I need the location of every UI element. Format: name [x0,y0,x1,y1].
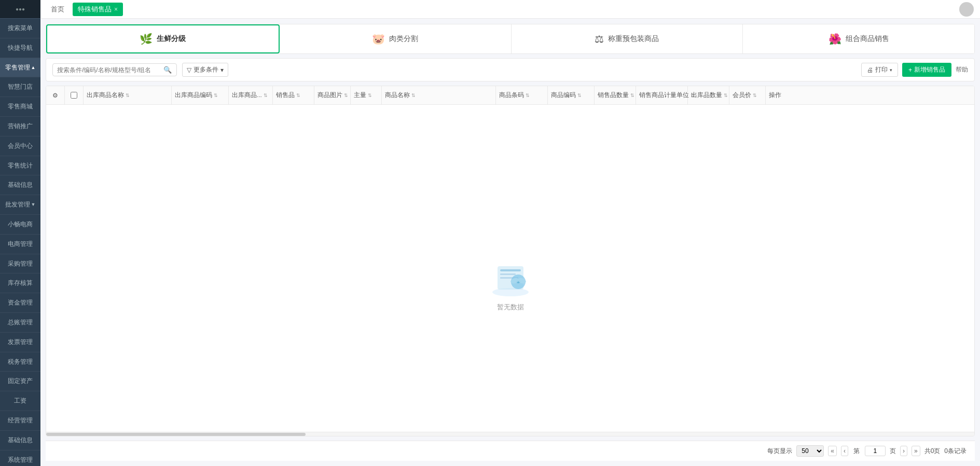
cat-tab-label: 生鲜分级 [157,34,186,44]
sidebar-item-search-menu[interactable]: 搜索菜单 [0,19,40,38]
fresh-grade-icon: 🌿 [140,33,153,45]
cat-tab-weight-package[interactable]: ⚖ 称重预包装商品 [512,24,743,53]
sort-icon[interactable]: ⇅ [344,93,348,98]
cat-tab-meat-cut[interactable]: 🐷 肉类分割 [280,24,512,53]
sort-icon[interactable]: ⇅ [368,93,372,98]
sidebar-item-tax-mgmt[interactable]: 税务管理 [0,352,40,372]
sidebar-item-inventory-check[interactable]: 库存核算 [0,273,40,293]
sidebar-item-label: 采购管理 [3,259,38,268]
topbar: 首页 特殊销售品 × [40,0,980,19]
per-page-select[interactable]: 50 10 20 100 [796,445,824,457]
first-page-button[interactable]: « [828,446,837,456]
th-label: 商品条码 [499,91,524,99]
sidebar-item-retail-mall[interactable]: 零售商城 [0,97,40,117]
chevron-icon: ▼ [31,201,36,208]
sidebar-item-ecommerce-mgmt[interactable]: 电商管理 [0,235,40,254]
sort-icon[interactable]: ⇅ [724,93,728,98]
sort-icon[interactable]: ⇅ [753,93,757,98]
select-all-checkbox[interactable] [71,92,77,99]
sidebar-item-wholesale-mgmt[interactable]: 批发管理 ▼ [0,195,40,215]
th-out-goods-name: 出库商品名称 ⇅ [84,86,172,104]
horizontal-scrollbar[interactable] [46,432,974,436]
sort-icon[interactable]: ⇅ [630,93,634,98]
sidebar-item-label: 小畅电商 [3,220,38,229]
sidebar-item-label: 工资 [3,396,38,405]
th-checkbox[interactable] [65,86,84,104]
search-input[interactable] [57,66,161,74]
sort-icon[interactable]: ⇅ [126,93,130,98]
sidebar-item-label: 智慧门店 [3,83,38,91]
th-label: 商品编码 [551,91,576,99]
cat-tab-fresh-grade[interactable]: 🌿 生鲜分级 [46,24,280,53]
sidebar-item-member-center[interactable]: 会员中心 [0,136,40,156]
toolbar-left: 🔍 ▽ 更多条件 ▾ [52,63,228,77]
sidebar-item-label: 营销推广 [3,122,38,131]
home-tab[interactable]: 首页 [47,2,68,17]
cat-tab-combo-sales[interactable]: 🌺 组合商品销售 [743,24,974,53]
chevron-icon: ▲ [31,64,36,71]
th-goods-name: 商品名称 ⇅ [382,86,496,104]
sidebar-item-wages[interactable]: 工资 [0,391,40,411]
prev-page-button[interactable]: ‹ [841,446,848,456]
sort-icon[interactable]: ⇅ [577,93,582,98]
sidebar-item-operations-mgmt[interactable]: 经营管理 [0,411,40,431]
sort-icon[interactable]: ⇅ [296,93,300,98]
sidebar-item-smart-store[interactable]: 智慧门店 [0,77,40,97]
last-page-button[interactable]: » [912,446,920,456]
sort-icon[interactable]: ⇅ [214,93,218,98]
th-out-goods-code: 出库商品编码 ⇅ [172,86,229,104]
sidebar-item-label: 资金管理 [3,298,38,307]
settings-icon: ⚙ [52,92,58,99]
active-tab[interactable]: 特殊销售品 × [73,3,123,16]
next-page-button[interactable]: › [900,446,907,456]
sidebar-item-invoice-mgmt[interactable]: 发票管理 [0,333,40,352]
page-number-input[interactable] [865,446,886,456]
search-box[interactable]: 🔍 [52,63,177,76]
sort-icon[interactable]: ⇅ [264,93,268,98]
sidebar-item-system-mgmt[interactable]: 系统管理 [0,450,40,466]
sort-icon[interactable]: ⇅ [411,93,416,98]
sidebar-item-basic-info[interactable]: 基础信息 [0,175,40,195]
th-out-qty: 出库品数量 ⇅ [688,86,729,104]
help-button[interactable]: 帮助 [956,65,968,74]
sidebar-item-retail-stats[interactable]: 零售统计 [0,156,40,176]
sidebar-item-general-ledger[interactable]: 总账管理 [0,313,40,333]
search-icon: 🔍 [163,66,172,74]
main-content: 首页 特殊销售品 × 🌿 生鲜分级 🐷 肉类分割 ⚖ 称重预包装商品 [40,0,980,466]
sidebar-item-marketing[interactable]: 营销推广 [0,117,40,136]
sidebar-item-label: 快捷导航 [3,44,38,52]
sidebar-item-fixed-assets[interactable]: 固定资产 [0,372,40,391]
th-settings[interactable]: ⚙ [46,86,65,104]
svg-rect-2 [500,269,521,271]
sidebar-item-label: 零售管理 [5,63,30,72]
th-action: 操作 [766,86,797,104]
svg-rect-3 [500,273,516,275]
page-label-suffix: 页 [890,447,896,456]
sidebar-item-purchase-mgmt[interactable]: 采购管理 [0,254,40,274]
sidebar-item-label: 搜索菜单 [3,24,38,33]
filter-button[interactable]: ▽ 更多条件 ▾ [182,63,228,77]
weight-package-icon: ⚖ [595,33,604,45]
pagination-bar: 每页显示 50 10 20 100 « ‹ 第 页 › » 共0页 0条记录 [46,441,975,461]
scrollbar-thumb[interactable] [46,433,306,436]
sidebar-item-quick-nav[interactable]: 快捷导航 [0,38,40,58]
sidebar-item-basic-info2[interactable]: 基础信息 [0,431,40,450]
sidebar-item-capital-mgmt[interactable]: 资金管理 [0,293,40,313]
print-arrow-icon: ▾ [890,67,892,73]
total-pages: 共0页 [924,447,941,456]
cat-tab-label: 称重预包装商品 [608,34,659,44]
print-label: 打印 [875,65,888,74]
sidebar-item-label: 基础信息 [3,436,38,445]
sort-icon[interactable]: ⇅ [526,93,530,98]
th-weight: 主量 ⇅ [351,86,382,104]
table-header: ⚙ 出库商品名称 ⇅ 出库商品编码 ⇅ 出库商品... ⇅ [46,86,974,105]
print-button[interactable]: 🖨 打印 ▾ [861,63,898,77]
sidebar-item-label: 批发管理 [5,200,30,209]
new-product-button[interactable]: + 新增销售品 [902,63,951,77]
sidebar-item-mini-ecommerce[interactable]: 小畅电商 [0,215,40,235]
filter-icon: ▽ [187,66,191,74]
sidebar-item-retail-mgmt[interactable]: 零售管理 ▲ [0,58,40,78]
toolbar: 🔍 ▽ 更多条件 ▾ 🖨 打印 ▾ + 新增销售品 帮助 [46,58,975,81]
tab-close-button[interactable]: × [114,6,118,13]
th-label: 商品名称 [385,91,410,99]
